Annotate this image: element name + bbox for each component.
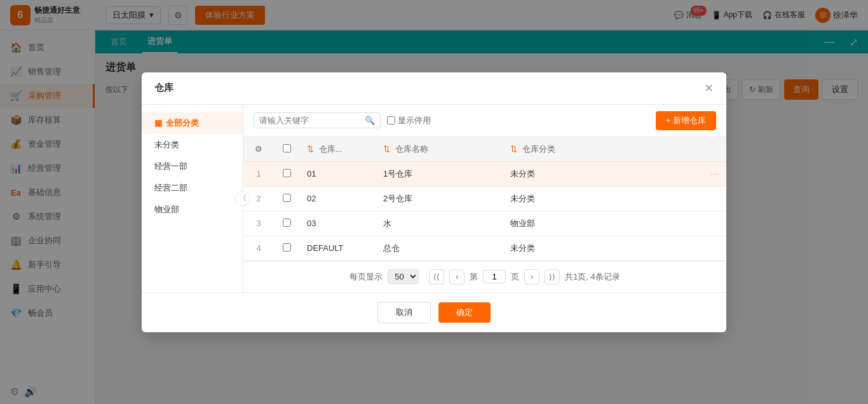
collapse-button[interactable]: 《: [235, 191, 250, 206]
row-checkbox[interactable]: [283, 219, 291, 227]
row-code: 01: [299, 161, 376, 186]
row-number: 4: [243, 236, 274, 260]
row-checkbox-cell[interactable]: [274, 186, 299, 211]
row-category: 未分类: [503, 236, 726, 260]
right-panel: 🔍 显示停用 + 新增仓库 ⚙: [243, 105, 726, 292]
total-info: 共1页, 4条记录: [565, 271, 620, 283]
per-page-label: 每页显示: [349, 271, 383, 283]
table-row[interactable]: 1 01 1号仓库 未分类 ···: [243, 161, 726, 186]
table-row[interactable]: 3 03 水 物业部: [243, 211, 726, 236]
row-checkbox[interactable]: [283, 243, 291, 252]
cancel-button[interactable]: 取消: [377, 302, 431, 323]
row-category: 物业部: [503, 211, 726, 236]
row-number: 1: [243, 161, 274, 186]
next-page-button[interactable]: ›: [524, 269, 539, 285]
right-toolbar: 🔍 显示停用 + 新增仓库: [243, 105, 726, 137]
sort-icon: ⇅: [307, 144, 314, 154]
search-box[interactable]: 🔍: [254, 112, 381, 128]
modal-header: 仓库 ✕: [142, 72, 726, 105]
search-icon[interactable]: 🔍: [365, 116, 375, 125]
row-checkbox[interactable]: [283, 194, 291, 202]
row-checkbox[interactable]: [283, 169, 291, 177]
row-name: 总仓: [376, 236, 503, 260]
category-ops2[interactable]: 经营二部: [142, 177, 243, 199]
sort-icon-cat: ⇅: [510, 144, 517, 154]
row-number: 3: [243, 211, 274, 236]
name-column-header[interactable]: ⇅ 仓库名称: [376, 137, 503, 162]
code-column-header[interactable]: ⇅ 仓库...: [299, 137, 376, 162]
per-page-select[interactable]: 50: [388, 269, 419, 284]
row-checkbox-cell[interactable]: [274, 236, 299, 260]
category-ops1[interactable]: 经营一部: [142, 156, 243, 177]
add-warehouse-button[interactable]: + 新增仓库: [656, 111, 716, 130]
warehouse-table: ⚙ ⇅ 仓库... ⇅ 仓库名称: [243, 137, 726, 261]
gear-column-header: ⚙: [243, 137, 274, 162]
grid-icon: ▦: [154, 118, 162, 128]
page-unit-label: 页: [511, 271, 519, 283]
category-property[interactable]: 物业部: [142, 199, 243, 220]
row-code: DEFAULT: [299, 236, 376, 260]
warehouse-modal: 仓库 ✕ 《 ▦ 全部分类 未分类 经营一部 经营二部: [142, 72, 726, 332]
category-panel: 《 ▦ 全部分类 未分类 经营一部 经营二部 物业部: [142, 105, 243, 292]
prev-page-button[interactable]: ‹: [449, 269, 465, 285]
row-category: 未分类: [503, 186, 726, 211]
show-disabled-label[interactable]: 显示停用: [387, 115, 431, 126]
confirm-button[interactable]: 确定: [438, 302, 491, 323]
first-page-button[interactable]: ⟨⟨: [429, 269, 444, 285]
table-header-row: ⚙ ⇅ 仓库... ⇅ 仓库名称: [243, 137, 726, 162]
sort-icon-name: ⇅: [383, 144, 390, 154]
modal-body: 《 ▦ 全部分类 未分类 经营一部 经营二部 物业部: [142, 105, 726, 292]
row-name: 水: [376, 211, 503, 236]
page-number-input[interactable]: [483, 270, 506, 283]
search-input[interactable]: [259, 116, 361, 125]
category-uncategorized[interactable]: 未分类: [142, 134, 243, 156]
row-name: 2号仓库: [376, 186, 503, 211]
page-prefix-label: 第: [470, 271, 478, 283]
select-all-checkbox[interactable]: [283, 144, 291, 152]
category-column-header[interactable]: ⇅ 仓库分类: [503, 137, 726, 162]
category-all[interactable]: ▦ 全部分类: [142, 112, 243, 134]
more-button[interactable]: ···: [710, 168, 719, 180]
row-code: 02: [299, 186, 376, 211]
table-row[interactable]: 4 DEFAULT 总仓 未分类: [243, 236, 726, 260]
row-category: 未分类 ···: [503, 161, 726, 186]
row-checkbox-cell[interactable]: [274, 161, 299, 186]
row-name: 1号仓库: [376, 161, 503, 186]
modal-close-button[interactable]: ✕: [704, 81, 714, 95]
modal-overlay: 仓库 ✕ 《 ▦ 全部分类 未分类 经营一部 经营二部: [0, 0, 868, 404]
modal-footer: 取消 确定: [142, 292, 726, 332]
show-disabled-checkbox[interactable]: [387, 116, 395, 125]
last-page-button[interactable]: ⟩⟩: [545, 269, 560, 285]
table-row[interactable]: 2 02 2号仓库 未分类: [243, 186, 726, 211]
checkbox-column-header: [274, 137, 299, 162]
modal-title: 仓库: [154, 82, 173, 94]
pagination: 每页显示 50 ⟨⟨ ‹ 第 页 › ⟩⟩ 共1页, 4条记录: [243, 261, 726, 292]
row-code: 03: [299, 211, 376, 236]
row-checkbox-cell[interactable]: [274, 211, 299, 236]
